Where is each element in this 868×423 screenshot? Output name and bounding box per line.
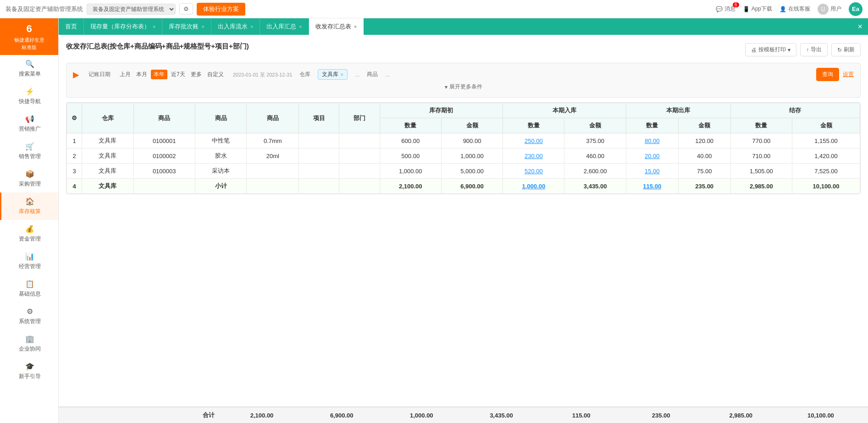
table-row: 4 文具库 小计 2,100.00 6,900.00 1,000.00 3,43… bbox=[67, 179, 860, 194]
date-btn-this-year[interactable]: 本年 bbox=[151, 70, 167, 79]
date-buttons: 上月 本月 本年 近7天 更多 自定义 bbox=[118, 70, 226, 79]
sidebar-item-enterprise[interactable]: 🏢 企业协同 bbox=[0, 330, 58, 357]
tab-inout-summary[interactable]: 出入库汇总 × bbox=[260, 18, 309, 35]
sidebar-item-system[interactable]: ⚙ 系统管理 bbox=[0, 302, 58, 330]
filter-bar: ▶ 记账日期 上月 本月 本年 近7天 更多 自定义 2023-01-01 至 … bbox=[66, 63, 861, 98]
tab-inventory-dist[interactable]: 现存量（库存分布表） × bbox=[84, 18, 162, 35]
inbound-qty-link[interactable]: 1,000.00 bbox=[522, 183, 546, 190]
sidebar-item-marketing[interactable]: 📢 营销推广 bbox=[0, 110, 58, 137]
refresh-icon: ↻ bbox=[837, 47, 842, 53]
sidebar-item-basic-info[interactable]: 📋 基础信息 bbox=[0, 275, 58, 302]
row-opening-amt: 5,000.00 bbox=[441, 164, 503, 179]
tab-batch[interactable]: 库存批次账 × bbox=[162, 18, 211, 35]
row-product-spec bbox=[247, 164, 299, 179]
data-table: ⚙ 仓库 商品 商品 商品 项目 部门 库存期初 本期入库 本期出库 bbox=[66, 103, 860, 194]
outbound-qty-link[interactable]: 15.00 bbox=[645, 168, 660, 175]
inbound-qty-link[interactable]: 230.00 bbox=[525, 153, 543, 159]
filter-row-main: ▶ 记账日期 上月 本月 本年 近7天 更多 自定义 2023-01-01 至 … bbox=[73, 68, 854, 81]
product-more-btn[interactable]: ... bbox=[385, 71, 390, 78]
tab-home[interactable]: 首页 bbox=[59, 18, 84, 35]
footer-label: 合计 bbox=[66, 411, 222, 419]
sidebar-item-inventory[interactable]: 🏠 库存核算 bbox=[0, 192, 58, 220]
query-label: 查询 bbox=[822, 71, 833, 78]
table-row: 1 文具库 0100001 中性笔 0.7mm 600.00 900.00 25… bbox=[67, 133, 860, 148]
warehouse-more-btn[interactable]: ... bbox=[355, 71, 359, 78]
logo-subtitle: 畅捷通好生意标准版 bbox=[4, 36, 55, 51]
sidebar-item-newbie[interactable]: 🎓 新手引导 bbox=[0, 357, 58, 385]
settings-link[interactable]: 设置 bbox=[843, 71, 854, 78]
quick-nav-icon: ⚡ bbox=[25, 87, 34, 96]
demo-button[interactable]: 体验行业方案 bbox=[197, 3, 245, 16]
tab-bar-global-close[interactable]: × bbox=[852, 22, 868, 32]
online-service-label: 在线客服 bbox=[788, 5, 810, 13]
sidebar: 6 畅捷通好生意标准版 🔍 搜索菜单 ⚡ 快捷导航 📢 营销推广 🛒 销售管理 … bbox=[0, 18, 59, 423]
query-button[interactable]: 查询 bbox=[816, 68, 839, 81]
row-inbound-qty: 230.00 bbox=[503, 148, 564, 164]
tab-inout-flow-close[interactable]: × bbox=[250, 24, 253, 29]
row-index: 4 bbox=[67, 179, 82, 194]
notification-area[interactable]: 💬 消息 6 bbox=[716, 5, 735, 13]
outbound-qty-link[interactable]: 20.00 bbox=[645, 153, 660, 159]
sidebar-item-purchase[interactable]: 📦 采购管理 bbox=[0, 165, 58, 192]
tab-inout-summary-label: 出入库汇总 bbox=[266, 22, 296, 31]
date-btn-this-month[interactable]: 本月 bbox=[134, 70, 149, 79]
inbound-qty-link[interactable]: 250.00 bbox=[525, 137, 543, 144]
date-btn-custom[interactable]: 自定义 bbox=[205, 70, 226, 79]
row-product-spec: 20ml bbox=[247, 148, 299, 164]
row-balance-qty: 2,985.00 bbox=[730, 179, 792, 194]
tab-inventory-dist-close[interactable]: × bbox=[153, 24, 155, 29]
row-product-name: 中性笔 bbox=[195, 133, 247, 148]
outbound-qty-link[interactable]: 80.00 bbox=[645, 137, 660, 144]
sidebar-item-quick-nav[interactable]: ⚡ 快捷导航 bbox=[0, 82, 58, 110]
row-project bbox=[299, 148, 339, 164]
warehouse-tag-remove[interactable]: × bbox=[340, 71, 343, 78]
tab-inout-flow[interactable]: 出入库流水 × bbox=[211, 18, 260, 35]
tab-inout-summary-close[interactable]: × bbox=[299, 24, 302, 29]
tab-recv-send-summary[interactable]: 收发存汇总表 × bbox=[309, 18, 364, 35]
col-opening-header: 库存期初 bbox=[380, 103, 503, 118]
sidebar-label-purchase: 采购管理 bbox=[19, 180, 41, 188]
row-department bbox=[339, 164, 380, 179]
row-balance-qty: 710.00 bbox=[730, 148, 792, 164]
expand-conditions-btn[interactable]: ▾ 展开更多条件 bbox=[445, 83, 482, 91]
col-inbound-amt-header: 金额 bbox=[564, 118, 626, 133]
print-icon: 🖨 bbox=[751, 47, 757, 53]
sidebar-item-operation[interactable]: 📊 经营管理 bbox=[0, 247, 58, 275]
refresh-label: 刷新 bbox=[844, 46, 855, 54]
sidebar-item-sales[interactable]: 🛒 销售管理 bbox=[0, 137, 58, 165]
date-btn-7days[interactable]: 近7天 bbox=[169, 70, 187, 79]
sidebar-label-quick-nav: 快捷导航 bbox=[19, 98, 41, 105]
date-btn-last-month[interactable]: 上月 bbox=[118, 70, 133, 79]
row-product-spec bbox=[247, 179, 299, 194]
user-label: 用户 bbox=[830, 5, 841, 13]
filter-arrow-icon[interactable]: ▶ bbox=[73, 70, 79, 80]
service-icon: 👤 bbox=[780, 6, 786, 12]
online-service-link[interactable]: 👤 在线客服 bbox=[780, 5, 810, 13]
date-btn-more[interactable]: 更多 bbox=[189, 70, 204, 79]
sidebar-item-finance[interactable]: 💰 资金管理 bbox=[0, 220, 58, 247]
sidebar-label-enterprise: 企业协同 bbox=[19, 345, 41, 353]
row-inbound-amt: 3,435.00 bbox=[564, 179, 626, 194]
footer-inbound-qty: 1,000.00 bbox=[381, 412, 461, 419]
refresh-button[interactable]: ↻ 刷新 bbox=[831, 43, 861, 56]
col-setting-header[interactable]: ⚙ bbox=[67, 103, 82, 133]
print-template-button[interactable]: 🖨 按模板打印 ▾ bbox=[745, 43, 796, 56]
inbound-qty-link[interactable]: 520.00 bbox=[525, 168, 543, 175]
outbound-qty-link[interactable]: 115.00 bbox=[643, 183, 661, 190]
gear-button[interactable]: ⚙ bbox=[179, 3, 193, 15]
sidebar-item-search[interactable]: 🔍 搜索菜单 bbox=[0, 55, 58, 82]
system-selector[interactable]: 装备及固定资产辅助管理系统 bbox=[87, 4, 176, 15]
tab-recv-send-summary-close[interactable]: × bbox=[354, 24, 357, 29]
export-button[interactable]: ↑ 导出 bbox=[800, 43, 828, 56]
row-inbound-qty: 520.00 bbox=[503, 164, 564, 179]
export-icon: ↑ bbox=[806, 47, 809, 53]
app-download-link[interactable]: 📱 App下载 bbox=[743, 5, 772, 13]
inventory-icon: 🏠 bbox=[25, 197, 34, 206]
notification-count: 6 bbox=[733, 2, 739, 7]
sidebar-logo: 6 畅捷通好生意标准版 bbox=[0, 18, 58, 55]
row-index: 2 bbox=[67, 148, 82, 164]
tab-bar: 首页 现存量（库存分布表） × 库存批次账 × 出入库流水 × 出入库汇总 × bbox=[59, 18, 868, 35]
tab-batch-close[interactable]: × bbox=[201, 24, 204, 29]
user-area[interactable]: U 用户 bbox=[818, 4, 841, 15]
row-inbound-amt: 2,600.00 bbox=[564, 164, 626, 179]
